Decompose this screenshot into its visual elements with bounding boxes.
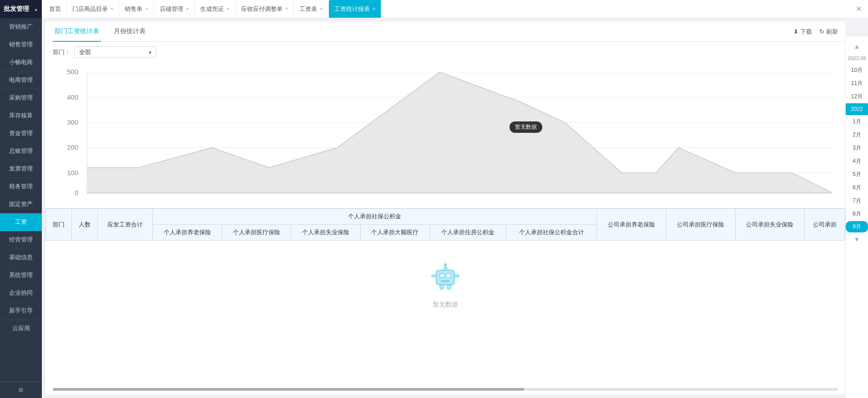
right-date-panel: ▲2022.0910月11月12月20221月2月3月4月5月6月7月8月9月▼	[845, 36, 868, 398]
month-item-7[interactable]: 4月	[846, 155, 868, 168]
sidebar-header[interactable]: 批发管理 ▲	[0, 0, 42, 18]
tab-label-3: 店铺管理	[160, 5, 183, 13]
close-all-tabs-button[interactable]: ✕	[851, 5, 866, 13]
svg-rect-23	[440, 285, 444, 289]
horizontal-scrollbar[interactable]	[53, 388, 838, 391]
gear-icon: ⚙	[18, 387, 24, 393]
month-item-3[interactable]: 2022	[846, 103, 868, 115]
settings-button[interactable]: ⚙	[0, 382, 42, 398]
col-group-personal: 个人承担社保公积金	[152, 209, 596, 225]
tab-label-6: 工资表	[299, 5, 317, 13]
download-button[interactable]: ⬇ 下载	[793, 28, 812, 36]
tab-dept-stats[interactable]: 部门工资统计表	[53, 22, 101, 42]
svg-rect-22	[454, 275, 459, 277]
col-personal-med: 个人承担医疗保险	[222, 225, 291, 241]
svg-text:0: 0	[75, 189, 78, 196]
month-item-12[interactable]: 9月	[846, 221, 868, 232]
tab-2[interactable]: 销售单×	[119, 0, 154, 18]
col-personal-old: 个人承担养老保险	[152, 225, 222, 241]
sidebar-item-经营管理[interactable]: 经营管理	[0, 231, 42, 249]
tab-month-stats[interactable]: 月份统计表	[112, 22, 147, 42]
col-personal-housing: 个人承担住房公积金	[429, 225, 506, 241]
sub-tabs: 部门工资统计表 月份统计表 ⬇ 下载 ↻ 刷新	[45, 22, 845, 42]
sidebar-item-工资[interactable]: 工资	[0, 213, 42, 231]
month-item-9[interactable]: 6月	[846, 181, 868, 194]
tab-close-2[interactable]: ×	[145, 6, 148, 11]
tab-close-6[interactable]: ×	[320, 6, 323, 11]
tab-close-1[interactable]: ×	[111, 6, 113, 11]
sidebar-item-系统管理[interactable]: 系统管理	[0, 267, 42, 284]
tab-close-7[interactable]: ×	[373, 6, 375, 11]
page-content: 部门工资统计表 月份统计表 ⬇ 下载 ↻ 刷新	[45, 22, 845, 394]
sidebar-item-小畅电商[interactable]: 小畅电商	[0, 54, 42, 71]
no-data-area: 暂无数据	[45, 241, 845, 318]
tab-label-7: 工资统计报表	[334, 5, 370, 13]
content-area: 部门工资统计表 月份统计表 ⬇ 下载 ↻ 刷新	[42, 18, 868, 398]
tab-close-5[interactable]: ×	[285, 6, 288, 11]
svg-rect-16	[446, 274, 451, 277]
refresh-button[interactable]: ↻ 刷新	[819, 28, 838, 36]
tab-label-4: 生成凭证	[200, 5, 224, 13]
svg-text:200: 200	[67, 144, 78, 151]
dept-select-wrapper: 全部 销售部 财务部 行政部 技术部 ▼	[74, 46, 156, 58]
month-item-4[interactable]: 1月	[846, 115, 868, 128]
sidebar-item-税务管理[interactable]: 税务管理	[0, 178, 42, 196]
sidebar-item-营销推广[interactable]: 营销推广	[0, 18, 42, 36]
svg-text:500: 500	[67, 69, 78, 76]
tab-4[interactable]: 生成凭证×	[195, 0, 235, 18]
right-panel-down-arrow[interactable]: ▼	[851, 233, 863, 246]
tab-close-3[interactable]: ×	[186, 6, 189, 11]
sidebar: 批发管理 ▲ 营销推广销售管理小畅电商电商管理采购管理库存核算资金管理总账管理发…	[0, 0, 42, 398]
sidebar-collapse-icon: ▲	[34, 7, 38, 12]
sidebar-item-采购管理[interactable]: 采购管理	[0, 89, 42, 107]
col-personal-total: 个人承担社保公积金合计	[506, 225, 597, 241]
sidebar-item-固定资产[interactable]: 固定资产	[0, 196, 42, 213]
sidebar-item-发票管理[interactable]: 发票管理	[0, 160, 42, 178]
month-item-8[interactable]: 5月	[846, 168, 868, 181]
svg-rect-17	[441, 280, 450, 282]
month-item-2[interactable]: 12月	[846, 90, 868, 103]
tab-0[interactable]: 首页	[44, 0, 67, 18]
tab-6[interactable]: 工资表×	[294, 0, 328, 18]
tab-label-5: 应收应付调整单	[241, 5, 283, 13]
tab-7[interactable]: 工资统计报表×	[329, 0, 381, 18]
refresh-icon: ↻	[819, 28, 824, 35]
sidebar-item-总账管理[interactable]: 总账管理	[0, 142, 42, 160]
sidebar-item-新手引导[interactable]: 新手引导	[0, 302, 42, 320]
tab-3[interactable]: 店铺管理×	[154, 0, 195, 18]
tab-5[interactable]: 应收应付调整单×	[236, 0, 294, 18]
sidebar-item-销售管理[interactable]: 销售管理	[0, 36, 42, 54]
tab-bar: 首页门店商品目录×销售单×店铺管理×生成凭证×应收应付调整单×工资表×工资统计报…	[42, 0, 868, 18]
month-item-11[interactable]: 8月	[846, 207, 868, 221]
sidebar-item-资金管理[interactable]: 资金管理	[0, 125, 42, 142]
sidebar-item-电商管理[interactable]: 电商管理	[0, 71, 42, 89]
month-item-1[interactable]: 11月	[846, 77, 868, 90]
svg-text:100: 100	[67, 169, 78, 176]
month-item-6[interactable]: 3月	[846, 141, 868, 155]
no-data-text: 暂无数据	[433, 301, 458, 309]
col-personal-unemp: 个人承担失业保险	[291, 225, 360, 241]
no-data-robot-icon	[427, 259, 464, 295]
tab-label-2: 销售单	[125, 5, 142, 13]
sidebar-item-企业协同[interactable]: 企业协同	[0, 284, 42, 302]
sidebar-item-云应用[interactable]: 云应用	[0, 320, 42, 338]
toolbar-row: 部门： 全部 销售部 财务部 行政部 技术部 ▼	[45, 42, 845, 62]
scroll-thumb	[53, 388, 524, 391]
svg-rect-21	[432, 275, 436, 277]
svg-text:400: 400	[67, 94, 78, 101]
month-item-10[interactable]: 7月	[846, 194, 868, 207]
sidebar-item-库存核算[interactable]: 库存核算	[0, 107, 42, 125]
sidebar-item-基础信息[interactable]: 基础信息	[0, 249, 42, 267]
month-item-5[interactable]: 2月	[846, 128, 868, 141]
area-chart: 500 400 300 200 100 0	[53, 67, 838, 203]
svg-rect-15	[440, 274, 444, 277]
right-panel-up-arrow[interactable]: ▲	[851, 40, 863, 53]
svg-rect-24	[447, 285, 451, 289]
table-area[interactable]: 部门 人数 应发工资合计 个人承担社保公积金 公司承担养老保险 公司承担医疗保险…	[45, 208, 845, 388]
month-item-0[interactable]: 10月	[846, 64, 868, 77]
col-dept: 部门	[46, 209, 72, 241]
download-icon: ⬇	[793, 28, 798, 35]
tab-close-4[interactable]: ×	[227, 6, 229, 11]
dept-select[interactable]: 全部 销售部 财务部 行政部 技术部	[74, 46, 156, 58]
tab-1[interactable]: 门店商品目录×	[67, 0, 119, 18]
